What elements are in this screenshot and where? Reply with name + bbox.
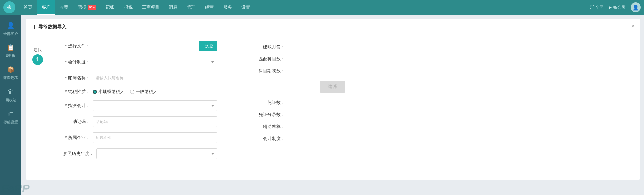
nav-item-operation[interactable]: 经营	[200, 0, 218, 15]
all-customers-icon: 👤	[6, 21, 15, 30]
radio-general-taxpayer[interactable]: 一般纳税人	[130, 89, 157, 95]
accounting-system2-row: 会计制度：	[258, 136, 345, 142]
file-text-input[interactable]	[93, 41, 199, 51]
nav-item-business[interactable]: 工商项目	[137, 0, 164, 15]
nav-item-fee[interactable]: 收费	[55, 0, 73, 15]
nav-item-service[interactable]: 服务	[218, 0, 237, 15]
ref-year-select[interactable]	[96, 148, 217, 159]
company-row: * 所属企业：	[63, 132, 217, 143]
tag-settings-icon: 🏷	[6, 109, 15, 119]
assigned-accountant-label: * 指派会计：	[63, 103, 90, 109]
file-select-row: * 选择文件： +浏览	[63, 41, 217, 51]
top-navigation: 首页 客户 收费 票据 new 记账 报税 工商项目 消息 管理 经营 服务 设…	[0, 0, 644, 15]
logo[interactable]	[3, 1, 15, 13]
company-input[interactable]	[93, 132, 217, 143]
nav-item-tax[interactable]: 报税	[119, 0, 137, 15]
fullscreen-icon: ⛶	[590, 5, 594, 10]
accounting-system-row: * 会计制度：	[63, 57, 217, 67]
fullscreen-button[interactable]: ⛶ 全屏	[590, 5, 603, 10]
file-input-wrapper: +浏览	[93, 41, 217, 51]
build-account-button[interactable]: 建账	[320, 81, 345, 93]
tax-type-label: * 纳税性质：	[63, 89, 90, 95]
build-month-label: 建账月份：	[258, 44, 285, 50]
avatar-icon: 👤	[632, 4, 639, 11]
build-month-row: 建账月份：	[258, 44, 345, 50]
ledger-name-label: * 账簿名称：	[63, 75, 90, 81]
account-migration-icon: 📦	[6, 65, 15, 74]
file-label: * 选择文件：	[63, 43, 90, 49]
accounting-system2-label: 会计制度：	[258, 136, 285, 142]
close-button[interactable]: ×	[631, 23, 635, 29]
radio-small-taxpayer[interactable]: 小规模纳税人	[93, 89, 125, 95]
ledger-name-row: * 账簿名称：	[63, 73, 217, 83]
sidebar-item-recycle-bin[interactable]: 🗑 回收站	[0, 84, 21, 105]
step-circle: 1	[32, 54, 43, 65]
step-label: 建账	[34, 47, 42, 53]
right-info-section: 建账月份： 匹配科目数： 科目期初数： 建账 凭证数：	[258, 41, 345, 165]
match-subject-row: 匹配科目数：	[258, 56, 345, 62]
voucher-count-label: 凭证数：	[258, 100, 285, 106]
avatar[interactable]: 👤	[631, 2, 641, 12]
ref-year-row: 参照历史年度：	[63, 148, 217, 159]
nav-item-invoice[interactable]: 票据 new	[73, 0, 101, 15]
nav-menu: 首页 客户 收费 票据 new 记账 报税 工商项目 消息 管理 经营 服务 设…	[19, 0, 590, 15]
import-dialog: ⬆ 导爷数据导入 × 建账 1 * 选择文件： +浏览	[26, 19, 640, 180]
sidebar-item-all-customers[interactable]: 👤 全部客户	[0, 18, 21, 39]
nav-item-customer[interactable]: 客户	[37, 0, 55, 15]
zero-declare-icon: 📋	[6, 43, 15, 52]
nav-item-home[interactable]: 首页	[19, 0, 37, 15]
form-layout: 建账 1 * 选择文件： +浏览 * 会计制度：	[32, 41, 633, 165]
sidebar: 👤 全部客户 📋 0申报 📦 账套迁移 🗑 回收站 🏷 标签设置 EaRP	[0, 15, 21, 195]
dialog-title: 导爷数据导入	[38, 24, 66, 30]
ref-year-label: 参照历史年度：	[63, 151, 94, 157]
subject-init-row: 科目期初数：	[258, 68, 345, 74]
memo-code-row: 助记码：	[63, 116, 217, 127]
company-label: * 所属企业：	[63, 135, 90, 141]
left-form-section: * 选择文件： +浏览 * 会计制度：	[63, 41, 217, 165]
dialog-title-icon: ⬆	[32, 24, 36, 30]
nav-item-manage[interactable]: 管理	[182, 0, 200, 15]
membership-icon: ▶	[609, 5, 612, 10]
radio-general-taxpayer-input[interactable]	[130, 90, 134, 94]
browse-button[interactable]: +浏览	[199, 41, 217, 51]
dialog-header: ⬆ 导爷数据导入	[32, 24, 633, 34]
sidebar-item-zero-declare[interactable]: 📋 0申报	[0, 40, 21, 61]
recycle-bin-icon: 🗑	[6, 87, 15, 96]
assigned-accountant-select[interactable]	[93, 100, 217, 111]
tax-type-radio-group: 小规模纳税人 一般纳税人	[93, 89, 157, 95]
radio-small-taxpayer-label: 小规模纳税人	[98, 89, 125, 95]
subject-init-label: 科目期初数：	[258, 68, 285, 74]
sidebar-item-account-migration[interactable]: 📦 账套迁移	[0, 62, 21, 83]
new-badge: new	[88, 5, 96, 10]
vertical-divider	[238, 41, 238, 165]
memo-code-label: 助记码：	[63, 119, 90, 125]
step-indicator: 建账 1	[32, 41, 50, 165]
nav-item-bookkeeping[interactable]: 记账	[101, 0, 119, 15]
radio-small-taxpayer-input[interactable]	[93, 90, 97, 94]
ledger-name-input[interactable]	[93, 73, 217, 83]
match-subject-label: 匹配科目数：	[258, 56, 285, 62]
content-area: ⬆ 导爷数据导入 × 建账 1 * 选择文件： +浏览	[21, 15, 644, 195]
tax-type-row: * 纳税性质： 小规模纳税人 一般纳税人	[63, 89, 217, 95]
nav-item-message[interactable]: 消息	[164, 0, 182, 15]
svg-point-1	[8, 6, 10, 8]
memo-code-input[interactable]	[93, 116, 217, 127]
nav-item-settings[interactable]: 设置	[237, 0, 255, 15]
membership-button[interactable]: ▶ 畅会员	[609, 5, 625, 10]
accounting-system-label: * 会计制度：	[63, 59, 90, 65]
radio-general-taxpayer-label: 一般纳税人	[136, 89, 157, 95]
aux-accounting-row: 辅助核算：	[258, 124, 345, 130]
voucher-records-label: 凭证分录数：	[258, 112, 285, 118]
accounting-system-select[interactable]	[93, 57, 217, 67]
aux-accounting-label: 辅助核算：	[258, 124, 285, 130]
voucher-records-row: 凭证分录数：	[258, 112, 345, 118]
nav-right-area: ⛶ 全屏 ▶ 畅会员 👤	[590, 2, 641, 12]
sidebar-item-tag-settings[interactable]: 🏷 标签设置	[0, 107, 21, 127]
main-layout: 👤 全部客户 📋 0申报 📦 账套迁移 🗑 回收站 🏷 标签设置 EaRP ⬆ …	[0, 15, 644, 195]
assigned-accountant-row: * 指派会计：	[63, 100, 217, 111]
voucher-count-row: 凭证数：	[258, 100, 345, 106]
